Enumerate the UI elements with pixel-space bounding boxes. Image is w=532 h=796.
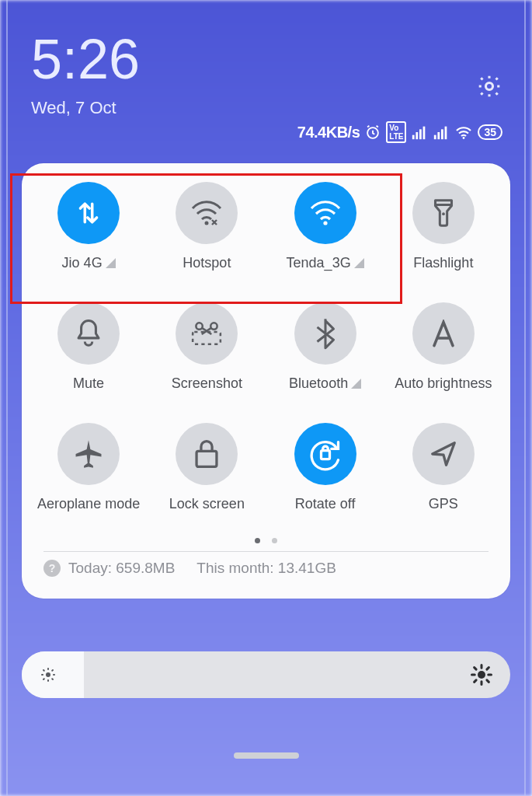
tile-gps[interactable]: GPS	[384, 423, 502, 512]
svg-rect-9	[445, 127, 447, 140]
signal-icon	[411, 124, 428, 140]
settings-button[interactable]	[476, 73, 502, 103]
tile-label: Hotspot	[183, 255, 231, 271]
tile-label: Rotate off	[295, 496, 356, 512]
scissors-icon	[190, 319, 223, 347]
volte-icon: VoLTE	[386, 121, 406, 143]
wifi-circle[interactable]	[294, 182, 356, 244]
tile-bluetooth[interactable]: Bluetooth	[266, 302, 384, 392]
tile-wifi[interactable]: Tenda_3G	[266, 182, 384, 271]
tile-airplane[interactable]: Aeroplane mode	[30, 423, 148, 512]
tile-label: Tenda_3G	[287, 255, 351, 271]
data-usage-row[interactable]: ? Today: 659.8MB This month: 13.41GB	[30, 552, 502, 588]
clock-time: 5:26	[31, 31, 501, 87]
tile-label: Lock screen	[169, 496, 245, 512]
alarm-icon	[364, 124, 381, 141]
tile-label: Flashlight	[413, 255, 473, 271]
pager-dot	[272, 538, 277, 543]
tile-hotspot[interactable]: Hotspot	[148, 182, 266, 271]
svg-rect-7	[438, 132, 440, 139]
signal-icon-2	[433, 124, 450, 140]
tile-flashlight[interactable]: Flashlight	[384, 182, 502, 271]
battery-level: 35	[478, 124, 502, 140]
bell-icon	[75, 318, 103, 349]
svg-point-12	[323, 221, 327, 225]
autobright-circle[interactable]	[412, 302, 475, 365]
flashlight-circle[interactable]	[412, 182, 475, 244]
date-label: Wed, 7 Oct	[31, 98, 501, 118]
home-handle[interactable]	[234, 752, 299, 759]
rotate-lock-icon	[308, 437, 342, 471]
airplane-circle[interactable]	[57, 423, 120, 485]
tile-label: GPS	[429, 496, 458, 512]
quick-settings-panel: Jio 4G Hotspot Tenda	[22, 163, 510, 599]
lock-circle[interactable]	[176, 423, 238, 485]
svg-rect-18	[321, 451, 329, 459]
svg-rect-8	[441, 129, 443, 139]
status-bar: 74.4KB/s VoLTE 35	[297, 121, 502, 143]
tiles-grid: Jio 4G Hotspot Tenda	[30, 182, 502, 512]
mobile-data-icon	[74, 197, 103, 229]
bluetooth-icon	[315, 317, 336, 350]
bluetooth-circle[interactable]	[294, 302, 356, 365]
brightness-slider[interactable]	[22, 651, 510, 698]
chevron-triangle-icon	[106, 258, 116, 268]
pager-dot-active	[255, 538, 260, 543]
svg-point-11	[205, 222, 209, 225]
svg-point-0	[485, 82, 492, 89]
help-icon: ?	[43, 560, 61, 577]
svg-rect-4	[419, 129, 422, 139]
mute-circle[interactable]	[57, 302, 120, 365]
svg-point-13	[442, 212, 445, 215]
chevron-triangle-icon	[354, 258, 364, 268]
tile-rotate[interactable]: Rotate off	[266, 423, 384, 512]
tile-auto-brightness[interactable]: Auto brightness	[384, 302, 502, 392]
page-indicator	[30, 532, 502, 546]
chevron-triangle-icon	[351, 379, 361, 389]
tile-mute[interactable]: Mute	[30, 302, 148, 392]
usage-today: Today: 659.8MB	[68, 560, 175, 577]
tile-screenshot[interactable]: Screenshot	[148, 302, 266, 392]
usage-month: This month: 13.41GB	[196, 560, 336, 577]
tile-label: Auto brightness	[395, 375, 492, 392]
svg-rect-6	[434, 135, 436, 140]
navigation-icon	[429, 439, 458, 469]
hotspot-icon	[190, 197, 224, 229]
brightness-high-icon	[470, 663, 493, 686]
brightness-low-icon	[39, 665, 57, 684]
tile-label: Mute	[73, 375, 104, 392]
letter-a-icon	[430, 319, 457, 347]
wifi-icon	[308, 197, 342, 229]
airplane-icon	[73, 438, 104, 470]
tile-label: Aeroplane mode	[37, 496, 140, 512]
wifi-status-icon	[454, 124, 473, 140]
gps-circle[interactable]	[412, 423, 475, 485]
mobile-data-circle[interactable]	[57, 182, 120, 244]
hotspot-circle[interactable]	[176, 182, 238, 244]
svg-rect-5	[423, 127, 426, 140]
frame-left	[6, 0, 8, 796]
svg-rect-17	[196, 451, 217, 466]
screenshot-circle[interactable]	[176, 302, 238, 365]
tile-mobile-data[interactable]: Jio 4G	[30, 182, 148, 271]
network-speed: 74.4KB/s	[297, 124, 360, 141]
tile-label: Bluetooth	[289, 375, 348, 392]
svg-rect-2	[412, 135, 415, 140]
svg-rect-14	[193, 332, 221, 344]
tile-label: Jio 4G	[62, 255, 103, 271]
frame-right	[524, 0, 526, 796]
tile-label: Screenshot	[172, 375, 242, 392]
flashlight-icon	[431, 197, 456, 229]
rotate-circle[interactable]	[294, 423, 356, 485]
svg-point-19	[46, 672, 50, 677]
svg-rect-3	[416, 132, 419, 139]
svg-point-10	[463, 137, 465, 139]
svg-point-20	[478, 671, 485, 679]
tile-lock-screen[interactable]: Lock screen	[148, 423, 266, 512]
lock-icon	[193, 438, 220, 470]
